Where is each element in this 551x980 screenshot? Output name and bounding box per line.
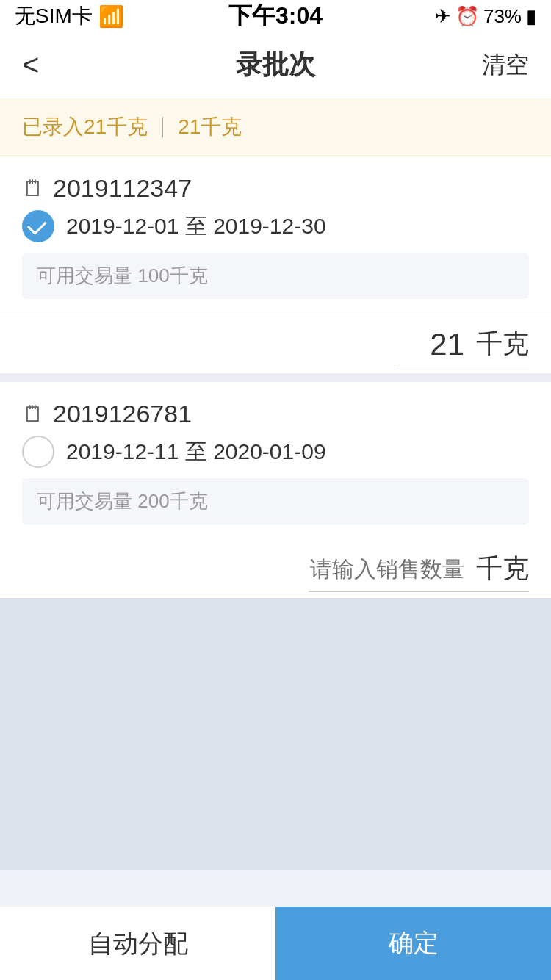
batch-1-section: 🗒 2019112347 2019-12-01 至 2019-12-30 可用交… [0, 156, 551, 373]
location-icon: ✈ [435, 5, 451, 28]
batch-1-underline [397, 367, 529, 367]
batch-2-unit: 千克 [476, 551, 529, 587]
batch-2-input-row: 千克 [0, 539, 551, 598]
status-bar: 无SIM卡 📶 下午3:04 ✈ ⏰ 73% ▮ [0, 0, 551, 32]
auto-distribute-button[interactable]: 自动分配 [0, 907, 276, 980]
batch-1-date: 2019-12-01 至 2019-12-30 [66, 212, 326, 242]
batch-1-amount-line: 21 千克 [430, 326, 529, 362]
batch-2-radio[interactable] [22, 436, 54, 468]
recorded-label: 已录入21千克 [22, 113, 148, 141]
banner-divider [162, 117, 163, 137]
bottom-bar: 自动分配 确定 [0, 907, 551, 980]
batch-1-amount-value: 21 [430, 327, 464, 362]
batch-2-icon: 🗒 [22, 402, 44, 427]
info-banner: 已录入21千克 21千克 [0, 98, 551, 156]
page-title: 录批次 [236, 47, 315, 83]
batch-1-available: 可用交易量 100千克 [22, 253, 529, 299]
batch-2-input-line: 千克 [288, 551, 529, 587]
batch-2-available: 可用交易量 200千克 [22, 478, 529, 525]
alarm-icon: ⏰ [455, 5, 479, 28]
nav-bar: < 录批次 清空 [0, 32, 551, 98]
batch-1-unit: 千克 [476, 326, 529, 362]
batch-2-header: 🗒 2019126781 [22, 400, 529, 428]
batch-2-id: 2019126781 [53, 400, 192, 428]
recorded-value: 21千克 [178, 113, 242, 141]
batch-1-radio[interactable] [22, 210, 54, 242]
batch-2-input-wrapper: 千克 [288, 551, 529, 592]
batch-1-amount-wrapper: 21 千克 [397, 326, 529, 367]
section-separator-1 [0, 373, 551, 382]
battery-text: 73% [483, 5, 522, 28]
back-button[interactable]: < [22, 48, 39, 82]
confirm-button[interactable]: 确定 [276, 907, 551, 980]
batch-2-date-row: 2019-12-11 至 2020-01-09 [22, 436, 529, 468]
status-right: ✈ ⏰ 73% ▮ [435, 5, 536, 28]
batch-2-item: 🗒 2019126781 2019-12-11 至 2020-01-09 可用交… [0, 382, 551, 539]
batch-1-icon: 🗒 [22, 176, 44, 201]
gray-area [0, 598, 551, 870]
batch-2-date: 2019-12-11 至 2020-01-09 [66, 437, 326, 467]
batch-2-underline [309, 591, 529, 592]
batch-1-header: 🗒 2019112347 [22, 174, 529, 203]
batch-1-id: 2019112347 [53, 174, 192, 203]
battery-icon: ▮ [526, 5, 536, 28]
clear-button[interactable]: 清空 [482, 49, 529, 82]
batch-2-section: 🗒 2019126781 2019-12-11 至 2020-01-09 可用交… [0, 382, 551, 598]
batch-2-quantity-input[interactable] [288, 557, 464, 582]
status-left: 无SIM卡 📶 [15, 2, 124, 30]
status-time: 下午3:04 [228, 0, 323, 32]
batch-1-item: 🗒 2019112347 2019-12-01 至 2019-12-30 可用交… [0, 156, 551, 314]
batch-1-amount-row: 21 千克 [0, 314, 551, 373]
wifi-icon: 📶 [98, 4, 124, 29]
carrier-text: 无SIM卡 [15, 2, 93, 30]
batch-1-date-row: 2019-12-01 至 2019-12-30 [22, 210, 529, 242]
